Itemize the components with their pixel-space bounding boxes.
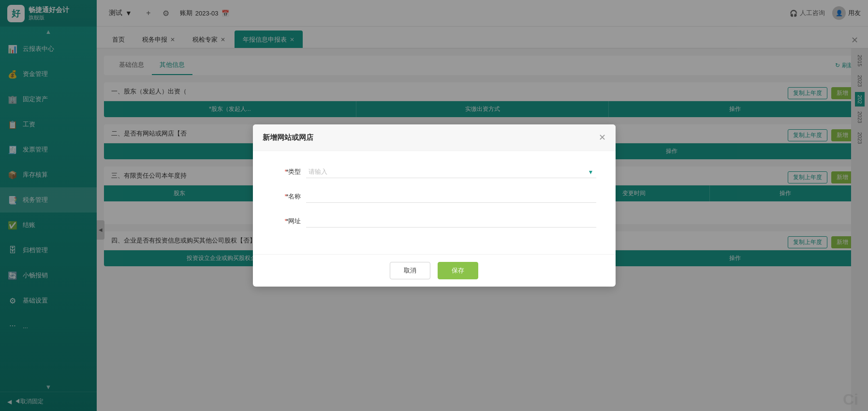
name-input[interactable] bbox=[306, 190, 596, 202]
form-input-wrap-url bbox=[306, 215, 596, 228]
form-field-name: **名称 bbox=[272, 190, 596, 203]
modal-body: **类型 ▾ **名称 **网址 bbox=[253, 151, 616, 254]
cancel-button[interactable]: 取消 bbox=[390, 262, 430, 279]
modal-title: 新增网站或网店 bbox=[263, 133, 313, 142]
form-input-wrap-type: ▾ bbox=[306, 166, 596, 178]
modal-overlay: 新增网站或网店 ✕ **类型 ▾ **名称 bbox=[0, 0, 868, 411]
url-input[interactable] bbox=[306, 215, 596, 227]
form-label-url: **网址 bbox=[272, 217, 301, 226]
modal-header: 新增网站或网店 ✕ bbox=[253, 124, 616, 151]
save-button[interactable]: 保存 bbox=[438, 262, 478, 279]
form-label-name: **名称 bbox=[272, 192, 301, 201]
modal-close-button[interactable]: ✕ bbox=[599, 132, 606, 143]
form-input-wrap-name bbox=[306, 190, 596, 203]
form-label-type: **类型 bbox=[272, 167, 301, 176]
modal-footer: 取消 保存 bbox=[253, 254, 616, 287]
dropdown-icon-type[interactable]: ▾ bbox=[589, 168, 592, 176]
form-field-url: **网址 bbox=[272, 215, 596, 228]
modal-add-website: 新增网站或网店 ✕ **类型 ▾ **名称 bbox=[253, 124, 616, 287]
form-field-type: **类型 ▾ bbox=[272, 166, 596, 178]
type-input[interactable] bbox=[306, 166, 596, 178]
